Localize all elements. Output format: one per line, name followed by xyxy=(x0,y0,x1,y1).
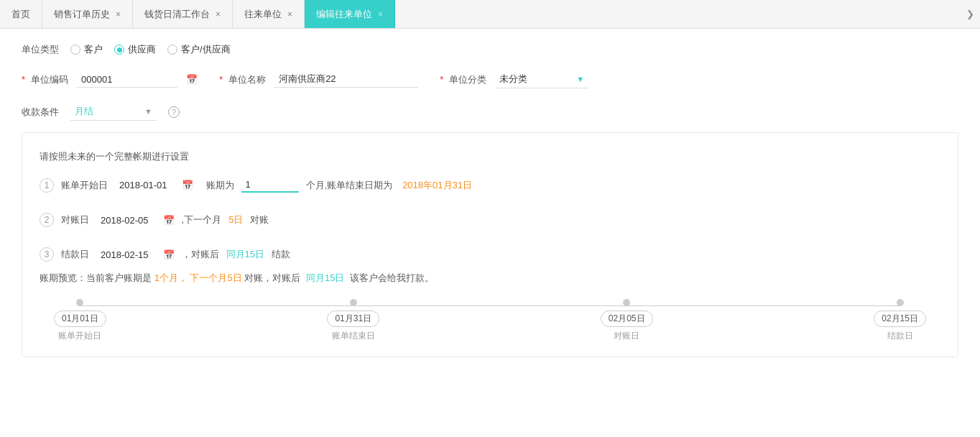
tl-badge-2: 01月31日 xyxy=(327,310,379,327)
card-title: 请按照未来的一个完整帐期进行设置 xyxy=(40,150,940,163)
tab-sales-history-label: 销售订单历史 xyxy=(54,8,110,21)
preview-prefix: 账期预览：当前客户账期是 xyxy=(40,272,152,283)
tab-cash-work-label: 钱货日清工作台 xyxy=(144,8,210,21)
tl-sublabel-3: 对账日 xyxy=(614,330,639,342)
radio-both[interactable]: 客户/供应商 xyxy=(167,43,231,56)
tab-sales-history[interactable]: 销售订单历史 × xyxy=(42,0,133,28)
tl-sublabel-2: 账单结束日 xyxy=(332,330,375,342)
unit-category-value: 未分类 xyxy=(499,73,576,86)
radio-supplier-circle xyxy=(114,45,124,55)
help-icon[interactable]: ? xyxy=(168,106,180,118)
main-content: 单位类型 客户 供应商 客户/供应商 * 单位编码 📅 * 单位名称 xyxy=(0,29,980,437)
unit-name-group: * 单位名称 xyxy=(219,72,418,88)
tl-badge-1: 01月01日 xyxy=(54,310,106,327)
unit-category-label: 单位分类 xyxy=(449,73,486,86)
tl-dot-1 xyxy=(76,299,83,306)
unit-type-label: 单位类型 xyxy=(22,43,59,56)
preview-suffix: 该客户会给我打款。 xyxy=(350,272,434,283)
step-3-row: 3 结款日 2018-02-15 📅 ，对账后 同月15日 结款 xyxy=(40,247,940,262)
unit-code-input[interactable] xyxy=(77,72,177,88)
tl-dot-4 xyxy=(897,299,904,306)
payment-terms-label: 收款条件 xyxy=(22,106,59,119)
preview-p3: 同月15日 xyxy=(306,272,344,283)
step-3-num: 3 xyxy=(40,247,54,262)
step-1-calendar-icon[interactable]: 📅 xyxy=(182,180,193,190)
step-1-period-suffix: 个月,账单结束日期为 xyxy=(306,179,393,192)
tab-partner[interactable]: 往来单位 × xyxy=(233,0,305,28)
step-2-desc-suffix: 对账 xyxy=(250,213,269,226)
step-3-desc-prefix: ，对账后 xyxy=(182,248,219,261)
step-2-label: 对账日 xyxy=(61,213,89,226)
tl-badge-4: 02月15日 xyxy=(874,310,926,327)
timeline-node-3: 02月05日 对账日 xyxy=(601,299,653,342)
unit-category-group: * 单位分类 未分类 ▼ xyxy=(440,70,588,88)
tab-sales-history-close[interactable]: × xyxy=(116,9,121,19)
unit-category-dropdown[interactable]: 未分类 ▼ xyxy=(495,70,588,88)
unit-code-label: 单位编码 xyxy=(31,73,68,86)
step-3-label: 结款日 xyxy=(61,248,89,261)
tl-sublabel-1: 账单开始日 xyxy=(58,330,101,342)
step-2-calendar-icon[interactable]: 📅 xyxy=(163,215,175,226)
unit-code-calendar-icon[interactable]: 📅 xyxy=(186,74,198,85)
unit-name-label: 单位名称 xyxy=(228,73,266,86)
unit-name-input[interactable] xyxy=(274,72,418,88)
preview-text: 账期预览：当前客户账期是 1个月， 下一个月5日 对账，对账后 同月15日 该客… xyxy=(40,262,940,299)
payment-terms-arrow-icon: ▼ xyxy=(144,107,152,116)
step-2-num: 2 xyxy=(40,213,54,227)
tl-dot-2 xyxy=(350,299,357,306)
step-1-period-end-date: 2018年01月31日 xyxy=(402,179,472,192)
unit-type-row: 单位类型 客户 供应商 客户/供应商 xyxy=(22,43,958,56)
radio-supplier-label: 供应商 xyxy=(128,43,156,56)
period-value-input[interactable] xyxy=(241,178,299,193)
step-2-row: 2 对账日 2018-02-05 📅 ,下一个月 5日 对账 xyxy=(40,213,940,227)
radio-supplier[interactable]: 供应商 xyxy=(114,43,156,56)
step-1-row: 1 账单开始日 2018-01-01 📅 账期为 个月,账单结束日期为 2018… xyxy=(40,178,940,193)
payment-terms-value: 月结 xyxy=(75,105,144,118)
step-3-desc-suffix: 结款 xyxy=(272,248,290,261)
tab-partner-label: 往来单位 xyxy=(244,8,282,21)
timeline-node-1: 01月01日 账单开始日 xyxy=(54,299,106,342)
payment-terms-select[interactable]: 月结 ▼ xyxy=(70,103,157,121)
step-1-label: 账单开始日 xyxy=(61,179,108,192)
tl-sublabel-4: 结款日 xyxy=(887,330,913,342)
step-1-date: 2018-01-01 xyxy=(119,180,167,190)
tl-badge-3: 02月05日 xyxy=(601,310,653,327)
settings-card: 请按照未来的一个完整帐期进行设置 1 账单开始日 2018-01-01 📅 账期… xyxy=(22,132,958,357)
tab-partner-close[interactable]: × xyxy=(287,9,292,19)
radio-both-circle xyxy=(167,45,177,55)
step-1-period-prefix: 账期为 xyxy=(206,179,234,192)
preview-p2: 下一个月5日 xyxy=(190,272,241,283)
step-2-desc-prefix: ,下一个月 xyxy=(182,213,222,226)
radio-customer-label: 客户 xyxy=(84,43,103,56)
tabs-bar: 首页 销售订单历史 × 钱货日清工作台 × 往来单位 × 编辑往来单位 × ❯ xyxy=(0,0,980,29)
radio-both-label: 客户/供应商 xyxy=(181,43,231,56)
tab-home-label: 首页 xyxy=(11,8,30,21)
tabs-scroll-arrow[interactable]: ❯ xyxy=(961,0,980,28)
step-3-date: 2018-02-15 xyxy=(101,249,149,260)
step-3-calendar-icon[interactable]: 📅 xyxy=(163,249,175,260)
preview-p1: 1个月， xyxy=(154,272,188,283)
preview-mid: 对账，对账后 xyxy=(244,272,300,283)
tab-edit-partner-label: 编辑往来单位 xyxy=(316,8,372,21)
unit-code-star: * xyxy=(22,74,25,85)
unit-category-arrow-icon: ▼ xyxy=(576,75,584,83)
unit-code-group: * 单位编码 📅 xyxy=(22,72,198,88)
timeline: 01月01日 账单开始日 01月31日 账单结束日 02月05日 对账日 xyxy=(40,299,940,342)
radio-customer[interactable]: 客户 xyxy=(70,43,103,56)
timeline-line xyxy=(79,305,901,306)
tab-edit-partner[interactable]: 编辑往来单位 × xyxy=(305,0,395,28)
step-2-highlight: 5日 xyxy=(228,213,243,226)
tl-dot-3 xyxy=(623,299,630,306)
unit-info-row: * 单位编码 📅 * 单位名称 * 单位分类 未分类 ▼ xyxy=(22,70,958,88)
tab-cash-work[interactable]: 钱货日清工作台 × xyxy=(133,0,233,28)
step-2-date: 2018-02-05 xyxy=(101,215,149,226)
tab-cash-work-close[interactable]: × xyxy=(216,9,221,19)
payment-terms-row: 收款条件 月结 ▼ ? xyxy=(22,103,958,121)
unit-type-radios: 客户 供应商 客户/供应商 xyxy=(70,43,231,56)
unit-name-star: * xyxy=(219,74,223,85)
tab-edit-partner-close[interactable]: × xyxy=(378,9,383,19)
tab-home[interactable]: 首页 xyxy=(0,0,42,28)
radio-customer-circle xyxy=(70,45,80,55)
step-1-num: 1 xyxy=(40,178,54,193)
timeline-node-4: 02月15日 结款日 xyxy=(874,299,926,342)
